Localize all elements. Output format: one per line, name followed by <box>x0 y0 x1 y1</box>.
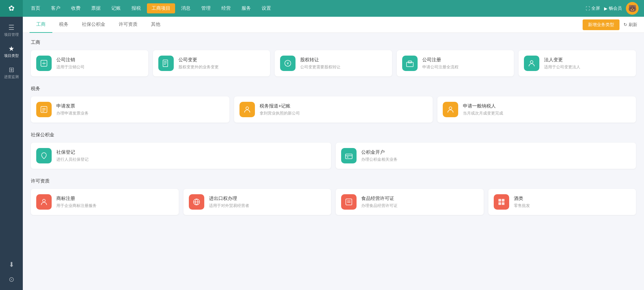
card-公司变更[interactable]: 公司变更 股权变更外的业务变更 <box>153 50 270 76</box>
card-申请发票[interactable]: 申请发票 办理申请发票业务 <box>31 96 229 123</box>
top-navigation: ✿ 首页客户收费票据记账报税工商项目消息管理经营服务设置 ⛶ 全屏 ▶ 畅会员 … <box>0 0 644 17</box>
tab-社保公积金[interactable]: 社保公积金 <box>75 17 112 33</box>
card-title: 商标注册 <box>56 196 173 202</box>
nav-item-报税[interactable]: 报税 <box>127 3 146 13</box>
card-股权转让[interactable]: ¥ 股权转让 公司变更需要股权转让 <box>275 50 392 76</box>
sidebar-bottom-item-1[interactable]: ⊙ <box>0 272 23 287</box>
logo[interactable]: ✿ <box>0 0 23 17</box>
card-desc: 申请公司注册全流程 <box>422 64 509 70</box>
card-info: 进出口权办理 适用于对外贸易经营者 <box>209 196 326 209</box>
svg-rect-29 <box>498 202 501 205</box>
card-title: 公司注册 <box>422 57 509 63</box>
card-info: 税务报道+记账 拿到营业执照的新公司 <box>260 103 427 116</box>
refresh-button[interactable]: ↻ 刷新 <box>624 22 637 28</box>
card-desc: 零售批发 <box>514 203 631 209</box>
content-area: 工商税务社保公积金许可资质其他 新增业务类型 ↻ 刷新 工商 公司注销 适用于注… <box>23 17 644 290</box>
card-酒类[interactable]: 酒类 零售批发 <box>488 189 636 215</box>
tab-工商[interactable]: 工商 <box>30 17 52 33</box>
tabs-actions: 新增业务类型 ↻ 刷新 <box>583 19 637 30</box>
nav-item-首页[interactable]: 首页 <box>26 3 45 13</box>
card-公积金开户[interactable]: 公积金开户 办理公积金相关业务 <box>336 143 636 169</box>
sidebar-label: 项目类型 <box>4 53 19 58</box>
card-食品经营许可证[interactable]: 食品经营许可证 办理食品经营许可证 <box>336 189 484 215</box>
card-desc: 办理公积金相关业务 <box>361 157 631 162</box>
card-icon <box>494 194 509 210</box>
card-icon <box>524 56 539 71</box>
sidebar-item-项目类型[interactable]: ★项目类型 <box>0 41 23 62</box>
sidebar-item-进度监测[interactable]: ⊞进度监测 <box>0 62 23 83</box>
svg-rect-27 <box>498 199 501 202</box>
nav-item-经营[interactable]: 经营 <box>217 3 235 13</box>
nav-item-客户[interactable]: 客户 <box>46 3 65 13</box>
card-icon <box>158 56 174 71</box>
card-info: 公司变更 股权变更外的业务变更 <box>178 57 265 70</box>
card-info: 酒类 零售批发 <box>514 196 631 209</box>
card-info: 申请一般纳税人 当月或次月成变更完成 <box>463 103 631 116</box>
sidebar-icon-项目类型: ★ <box>8 45 14 52</box>
nav-item-服务[interactable]: 服务 <box>237 3 256 13</box>
vip-button[interactable]: ▶ 畅会员 <box>604 5 622 11</box>
nav-item-设置[interactable]: 设置 <box>257 3 276 13</box>
nav-item-票据[interactable]: 票据 <box>87 3 105 13</box>
sidebar-bottom: ⬇⊙ <box>0 257 23 290</box>
card-title: 进出口权办理 <box>209 196 326 202</box>
card-法人变更[interactable]: 法人变更 适用于公司变更法人 <box>519 50 636 76</box>
refresh-label: 刷新 <box>629 22 637 28</box>
card-商标注册[interactable]: 商标注册 用于企业商标注册服务 <box>31 189 179 215</box>
nav-item-消息[interactable]: 消息 <box>176 3 195 13</box>
refresh-icon: ↻ <box>624 22 627 27</box>
card-desc: 当月或次月成变更完成 <box>463 111 631 116</box>
section-title: 社保公积金 <box>31 132 636 138</box>
card-icon <box>36 148 52 163</box>
svg-rect-30 <box>502 202 504 205</box>
tabs-bar: 工商税务社保公积金许可资质其他 新增业务类型 ↻ 刷新 <box>23 17 644 33</box>
card-icon <box>341 194 357 210</box>
tab-许可资质[interactable]: 许可资质 <box>112 17 144 33</box>
scrollable-content: 工商 公司注销 适用于注销公司 公司变更 股权变更外的业务变更 <box>23 33 644 290</box>
card-desc: 用于企业商标注册服务 <box>56 203 173 209</box>
nav-item-收费[interactable]: 收费 <box>66 3 85 13</box>
card-税务报道+记账[interactable]: 税务报道+记账 拿到营业执照的新公司 <box>234 96 433 123</box>
card-社保登记[interactable]: 社保登记 进行人员社保登记 <box>31 143 331 169</box>
tab-其他[interactable]: 其他 <box>144 17 167 33</box>
sidebar-bottom-item-0[interactable]: ⬇ <box>0 257 23 272</box>
cards-grid-工商: 公司注销 适用于注销公司 公司变更 股权变更外的业务变更 ¥ 股权转让 公 <box>31 50 636 76</box>
card-desc: 公司变更需要股权转让 <box>300 64 387 70</box>
sidebar-bottom-icon-0: ⬇ <box>9 261 14 268</box>
card-info: 法人变更 适用于公司变更法人 <box>544 57 631 70</box>
tab-税务[interactable]: 税务 <box>52 17 75 33</box>
card-公司注册[interactable]: 公司注册 申请公司注册全流程 <box>397 50 514 76</box>
nav-item-管理[interactable]: 管理 <box>197 3 215 13</box>
cards-grid-税务: 申请发票 办理申请发票业务 税务报道+记账 拿到营业执照的新公司 申请一般纳税人 <box>31 96 636 123</box>
cards-grid-许可资质: 商标注册 用于企业商标注册服务 进出口权办理 适用于对外贸易经营者 食品经营许可… <box>31 189 636 215</box>
add-type-button[interactable]: 新增业务类型 <box>583 19 620 30</box>
card-desc: 适用于公司变更法人 <box>544 64 631 70</box>
card-title: 公司变更 <box>178 57 265 63</box>
card-title: 申请一般纳税人 <box>463 103 631 109</box>
card-info: 公积金开户 办理公积金相关业务 <box>361 149 631 162</box>
card-info: 食品经营许可证 办理食品经营许可证 <box>361 196 478 209</box>
section-工商: 工商 公司注销 适用于注销公司 公司变更 股权变更外的业务变更 <box>31 40 636 76</box>
cards-grid-社保公积金: 社保登记 进行人员社保登记 公积金开户 办理公积金相关业务 <box>31 143 636 169</box>
sidebar: ☰项目管理★项目类型⊞进度监测⬇⊙ <box>0 17 23 290</box>
tabs-container: 工商税务社保公积金许可资质其他 <box>30 17 167 33</box>
card-进出口权办理[interactable]: 进出口权办理 适用于对外贸易经营者 <box>183 189 331 215</box>
svg-point-16 <box>246 107 249 110</box>
section-title: 工商 <box>31 40 636 46</box>
nav-item-工商项目[interactable]: 工商项目 <box>147 3 175 13</box>
svg-rect-10 <box>408 61 412 63</box>
card-desc: 进行人员社保登记 <box>56 157 326 162</box>
sidebar-item-项目管理[interactable]: ☰项目管理 <box>0 20 23 41</box>
fullscreen-icon: ⛶ <box>586 6 590 11</box>
card-公司注销[interactable]: 公司注销 适用于注销公司 <box>31 50 148 76</box>
sidebar-label: 项目管理 <box>4 32 19 37</box>
avatar[interactable]: 🐻 <box>626 2 639 15</box>
card-icon <box>402 56 418 71</box>
sidebar-label: 进度监测 <box>4 74 19 79</box>
card-申请一般纳税人[interactable]: 申请一般纳税人 当月或次月成变更完成 <box>437 96 636 123</box>
card-desc: 适用于对外贸易经营者 <box>209 203 326 209</box>
vip-icon: ▶ <box>604 6 607 11</box>
fullscreen-button[interactable]: ⛶ 全屏 <box>586 5 600 11</box>
nav-item-记账[interactable]: 记账 <box>107 3 125 13</box>
card-desc: 股权变更外的业务变更 <box>178 64 265 70</box>
